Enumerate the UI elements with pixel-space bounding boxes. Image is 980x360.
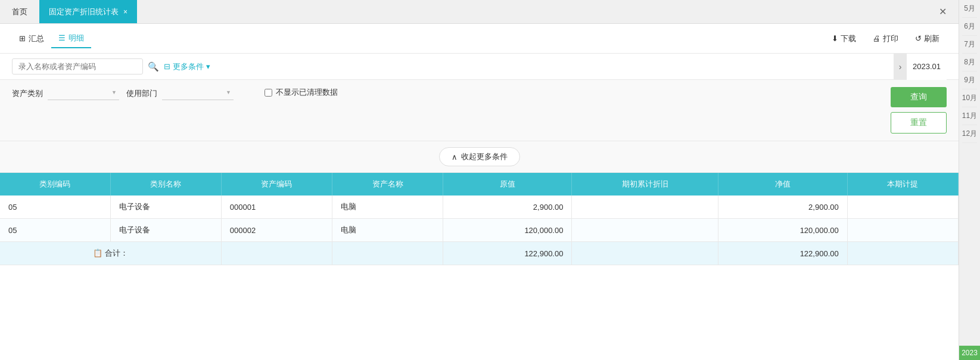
total-row: 📋合计： 122,900.00 122,900.00 bbox=[0, 242, 959, 265]
col-asset-code: 资产编码 bbox=[221, 173, 332, 195]
collapse-button[interactable]: ∧ 收起更多条件 bbox=[439, 147, 520, 166]
sidebar-month[interactable]: 11月 bbox=[962, 107, 977, 125]
total-asset-code-cell bbox=[221, 242, 332, 265]
table-row: 05 电子设备 000002 电脑 120,000.00 120,000.00 bbox=[0, 219, 959, 242]
collapse-bar: ∧ 收起更多条件 bbox=[0, 141, 959, 173]
sidebar-month[interactable]: 6月 bbox=[962, 18, 977, 36]
cell-net-value: 2,900.00 bbox=[718, 195, 847, 219]
total-current-period bbox=[847, 242, 958, 265]
more-filter-button[interactable]: ⊟ 更多条件 ▾ bbox=[164, 61, 210, 72]
col-category-name: 类别名称 bbox=[110, 173, 221, 195]
tab-close-icon[interactable]: × bbox=[123, 8, 127, 16]
download-icon: ⬇ bbox=[832, 34, 838, 43]
cell-accumulated-depreciation bbox=[572, 219, 718, 242]
reset-button[interactable]: 重置 bbox=[891, 112, 947, 134]
collapse-label: 收起更多条件 bbox=[461, 151, 508, 162]
cell-asset-name: 电脑 bbox=[332, 195, 443, 219]
detail-icon: ☰ bbox=[58, 33, 66, 42]
summary-label: 汇总 bbox=[29, 33, 44, 44]
print-label: 打印 bbox=[883, 33, 898, 44]
total-accumulated-depreciation bbox=[572, 242, 718, 265]
cell-original-value: 120,000.00 bbox=[443, 219, 572, 242]
active-tab-label: 固定资产折旧统计表 bbox=[49, 7, 119, 17]
window-close-button[interactable]: ✕ bbox=[927, 6, 959, 17]
tab-active[interactable]: 固定资产折旧统计表 × bbox=[39, 0, 137, 23]
detail-tab-button[interactable]: ☰ 明细 bbox=[51, 29, 91, 48]
cell-original-value: 2,900.00 bbox=[443, 195, 572, 219]
hide-cleared-checkbox[interactable] bbox=[265, 89, 272, 97]
sidebar-month[interactable]: 5月 bbox=[962, 0, 977, 18]
cell-net-value: 120,000.00 bbox=[718, 219, 847, 242]
summary-tab-button[interactable]: ⊞ 汇总 bbox=[12, 30, 51, 48]
data-table: 类别编码 类别名称 资产编码 资产名称 原值 期初累计折旧 净值 本期计提 05… bbox=[0, 173, 959, 265]
download-button[interactable]: ⬇ 下载 bbox=[825, 30, 863, 48]
date-prev-arrow[interactable]: › bbox=[894, 54, 907, 80]
total-original-value: 122,900.00 bbox=[443, 242, 572, 265]
asset-category-select[interactable] bbox=[48, 87, 119, 100]
tab-bar: 首页 固定资产折旧统计表 × ✕ bbox=[0, 0, 959, 24]
col-current-period: 本期计提 bbox=[847, 173, 958, 195]
col-asset-name: 资产名称 bbox=[332, 173, 443, 195]
total-net-value: 122,900.00 bbox=[718, 242, 847, 265]
department-label: 使用部门 bbox=[126, 88, 157, 99]
home-tab-label: 首页 bbox=[12, 7, 27, 17]
cell-asset-code: 000001 bbox=[221, 195, 332, 219]
detail-label: 明细 bbox=[69, 33, 84, 44]
department-group: 使用部门 bbox=[126, 87, 234, 100]
cell-accumulated-depreciation bbox=[572, 195, 718, 219]
summary-icon: ⊞ bbox=[19, 34, 26, 43]
date-navigation: › 2023.01 bbox=[894, 54, 947, 80]
refresh-button[interactable]: ↺ 刷新 bbox=[908, 30, 947, 48]
right-sidebar: 5月6月7月8月9月10月11月12月 2023 bbox=[959, 0, 980, 360]
cell-current-period bbox=[847, 195, 958, 219]
asset-category-select-wrap bbox=[48, 87, 119, 100]
tab-home[interactable]: 首页 bbox=[0, 0, 39, 23]
filter-label: 更多条件 bbox=[173, 61, 204, 72]
sidebar-year[interactable]: 2023 bbox=[959, 346, 980, 360]
refresh-icon: ↺ bbox=[915, 34, 922, 43]
hide-cleared-label: 不显示已清理数据 bbox=[276, 87, 338, 98]
hide-cleared-group: 不显示已清理数据 bbox=[265, 87, 338, 98]
table-header-row: 类别编码 类别名称 资产编码 资产名称 原值 期初累计折旧 净值 本期计提 bbox=[0, 173, 959, 195]
cell-category-code: 05 bbox=[0, 195, 110, 219]
toolbar-right: ⬇ 下载 🖨 打印 ↺ 刷新 bbox=[825, 30, 947, 48]
cell-asset-name: 电脑 bbox=[332, 219, 443, 242]
filter-icon: ⊟ bbox=[164, 62, 170, 71]
print-button[interactable]: 🖨 打印 bbox=[866, 30, 906, 48]
col-accumulated-depreciation: 期初累计折旧 bbox=[572, 173, 718, 195]
cell-category-code: 05 bbox=[0, 219, 110, 242]
search-icon[interactable]: 🔍 bbox=[148, 61, 159, 72]
sidebar-month[interactable]: 7月 bbox=[962, 36, 977, 54]
department-select[interactable] bbox=[162, 87, 234, 100]
date-label: 2023.01 bbox=[907, 54, 947, 80]
department-select-wrap bbox=[162, 87, 234, 100]
sidebar-month[interactable]: 9月 bbox=[962, 72, 977, 89]
col-net-value: 净值 bbox=[718, 173, 847, 195]
total-label-cell: 📋合计： bbox=[0, 242, 221, 265]
total-icon: 📋 bbox=[93, 249, 102, 257]
filter-actions: 查询 重置 bbox=[891, 87, 947, 134]
query-button[interactable]: 查询 bbox=[891, 87, 947, 107]
search-input[interactable] bbox=[12, 58, 143, 75]
cell-current-period bbox=[847, 219, 958, 242]
table-row: 05 电子设备 000001 电脑 2,900.00 2,900.00 bbox=[0, 195, 959, 219]
collapse-up-icon: ∧ bbox=[452, 153, 458, 162]
filter-arrow-icon: ▾ bbox=[206, 62, 210, 71]
asset-category-label: 资产类别 bbox=[12, 88, 43, 99]
toolbar: ⊞ 汇总 ☰ 明细 ⬇ 下载 🖨 打印 ↺ 刷新 bbox=[0, 24, 959, 54]
col-original-value: 原值 bbox=[443, 173, 572, 195]
asset-category-group: 资产类别 bbox=[12, 87, 119, 100]
refresh-label: 刷新 bbox=[924, 33, 939, 44]
print-icon: 🖨 bbox=[873, 34, 881, 43]
total-asset-name-cell bbox=[332, 242, 443, 265]
sidebar-month[interactable]: 10月 bbox=[962, 89, 977, 107]
download-label: 下载 bbox=[841, 33, 856, 44]
cell-asset-code: 000002 bbox=[221, 219, 332, 242]
filter-area: 资产类别 使用部门 不显示已清理数据 查询 重置 bbox=[0, 80, 959, 141]
sidebar-month[interactable]: 12月 bbox=[962, 125, 977, 143]
search-bar: 🔍 ⊟ 更多条件 ▾ › 2023.01 bbox=[0, 54, 959, 80]
table-wrap: 类别编码 类别名称 资产编码 资产名称 原值 期初累计折旧 净值 本期计提 05… bbox=[0, 173, 959, 360]
col-category-code: 类别编码 bbox=[0, 173, 110, 195]
sidebar-month[interactable]: 8月 bbox=[962, 54, 977, 72]
cell-category-name: 电子设备 bbox=[110, 219, 221, 242]
